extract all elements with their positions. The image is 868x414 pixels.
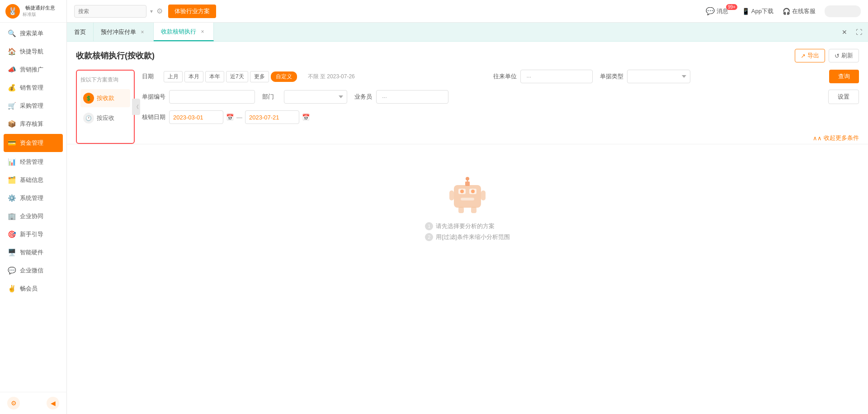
sidebar-item-purchase[interactable]: 🛒 采购管理 bbox=[0, 97, 66, 115]
wechat-icon: 💬 bbox=[7, 266, 16, 275]
this-year-btn[interactable]: 本年 bbox=[205, 71, 224, 82]
filter-sidebar-collapse-btn[interactable]: 《 bbox=[132, 99, 140, 115]
sidebar-item-basic[interactable]: 🗂️ 基础信息 bbox=[0, 171, 66, 189]
partner-field: 往来单位 ··· bbox=[493, 70, 593, 83]
message-button[interactable]: 💬 消息 99+ bbox=[706, 7, 733, 15]
filter-area: 按以下方案查询 💲 按收款 🕐 按应收 《 bbox=[76, 70, 859, 144]
svg-rect-12 bbox=[471, 207, 476, 213]
close-tab-button[interactable]: ✕ bbox=[839, 27, 850, 38]
more-btn[interactable]: 更多 bbox=[250, 71, 269, 82]
sidebar-item-system[interactable]: ⚙️ 系统管理 bbox=[0, 189, 66, 207]
enterprise-icon: 🏢 bbox=[7, 212, 16, 221]
page-content: 收款核销执行(按收款) ↗ 导出 ↺ 刷新 按以下方案查询 bbox=[67, 42, 868, 414]
page-header: 收款核销执行(按收款) ↗ 导出 ↺ 刷新 bbox=[76, 49, 859, 62]
tab-receipt-offset[interactable]: 收款核销执行 × bbox=[154, 23, 214, 41]
bill-no-input[interactable] bbox=[169, 90, 255, 104]
chevron-up-icon: ∧∧ bbox=[813, 135, 822, 142]
sidebar-label-sales: 销售管理 bbox=[20, 84, 43, 92]
cal-start-icon[interactable]: 📅 bbox=[226, 114, 234, 121]
filter-option-by-receivable[interactable]: 🕐 按应收 bbox=[80, 109, 130, 127]
collapse-icon[interactable]: ◀ bbox=[47, 397, 59, 409]
sidebar-item-search[interactable]: 🔍 搜索菜单 bbox=[0, 24, 66, 43]
sidebar-nav: 🔍 搜索菜单 🏠 快捷导航 📣 营销推广 💰 销售管理 🛒 采购管理 📦 库存核… bbox=[0, 23, 66, 392]
topbar-search-input[interactable] bbox=[74, 5, 146, 18]
sidebar-item-sales[interactable]: 💰 销售管理 bbox=[0, 79, 66, 97]
custom-date-badge: 自定义 bbox=[271, 71, 297, 82]
topbar-dropdown-icon[interactable]: ▾ bbox=[150, 8, 153, 14]
date-separator: — bbox=[236, 114, 242, 121]
industry-solution-button[interactable]: 体验行业方案 bbox=[168, 5, 216, 18]
app-logo: 🐰 畅捷通好生意 标准版 bbox=[0, 0, 66, 23]
sidebar-item-operation[interactable]: 📊 经营管理 bbox=[0, 153, 66, 171]
page-inner: 收款核销执行(按收款) ↗ 导出 ↺ 刷新 按以下方案查询 bbox=[67, 42, 868, 414]
app-label: App下载 bbox=[751, 7, 774, 15]
sidebar-item-wechat[interactable]: 💬 企业微信 bbox=[0, 262, 66, 280]
verify-date-end-input[interactable] bbox=[245, 110, 299, 124]
verify-date-picker: 📅 — 📅 bbox=[169, 110, 310, 124]
filter-option-by-receipt[interactable]: 💲 按收款 bbox=[80, 89, 130, 107]
last-month-btn[interactable]: 上月 bbox=[164, 71, 183, 82]
last-7-days-btn[interactable]: 近7天 bbox=[226, 71, 248, 82]
refresh-icon: ↺ bbox=[835, 52, 840, 59]
topbar-gear-icon[interactable]: ⚙ bbox=[156, 7, 163, 15]
marketing-icon: 📣 bbox=[7, 65, 16, 74]
refresh-button[interactable]: ↺ 刷新 bbox=[829, 49, 859, 62]
svg-rect-11 bbox=[458, 207, 464, 213]
sidebar-item-marketing[interactable]: 📣 营销推广 bbox=[0, 61, 66, 79]
page-actions: ↗ 导出 ↺ 刷新 bbox=[795, 49, 859, 62]
bill-no-label: 单据编号 bbox=[142, 93, 165, 101]
sidebar-item-member[interactable]: ✌️ 畅会员 bbox=[0, 280, 66, 298]
dept-field: 部门 bbox=[262, 90, 347, 104]
svg-rect-10 bbox=[481, 190, 486, 200]
cal-end-icon[interactable]: 📅 bbox=[302, 114, 310, 121]
sidebar-label-newbie: 新手引导 bbox=[20, 230, 43, 238]
settings-icon[interactable]: ⚙ bbox=[7, 397, 20, 409]
this-month-btn[interactable]: 本月 bbox=[184, 71, 203, 82]
sidebar-label-operation: 经营管理 bbox=[20, 158, 43, 166]
tab-receipt-close[interactable]: × bbox=[199, 28, 206, 35]
query-button[interactable]: 查询 bbox=[829, 70, 859, 83]
sidebar-bottom: ⚙ ◀ bbox=[0, 392, 66, 414]
date-field: 日期 上月 本月 本年 近7天 更多 自定义 bbox=[142, 71, 297, 82]
dept-select[interactable] bbox=[284, 90, 347, 104]
sidebar-item-quicknav[interactable]: 🏠 快捷导航 bbox=[0, 43, 66, 61]
online-service-button[interactable]: 🎧 在线客服 bbox=[783, 7, 816, 15]
sidebar-label-finance: 资金管理 bbox=[20, 139, 43, 147]
sidebar-item-inventory[interactable]: 📦 库存核算 bbox=[0, 115, 66, 133]
sidebar-item-newbie[interactable]: 🎯 新手引导 bbox=[0, 225, 66, 243]
filter-sidebar-title: 按以下方案查询 bbox=[80, 76, 130, 84]
verify-date-start-input[interactable] bbox=[169, 110, 223, 124]
filter-row-3: 核销日期 📅 — 📅 bbox=[142, 110, 859, 124]
tab-home[interactable]: 首页 bbox=[67, 23, 94, 41]
date-label: 日期 bbox=[142, 72, 160, 81]
svg-rect-3 bbox=[461, 198, 474, 200]
settings-button[interactable]: 设置 bbox=[828, 90, 859, 104]
sidebar-item-finance[interactable]: 💳 资金管理 bbox=[4, 134, 63, 152]
receipt-option-icon: 💲 bbox=[83, 93, 94, 104]
app-download-button[interactable]: 📱 App下载 bbox=[742, 7, 774, 15]
bill-type-select[interactable] bbox=[627, 70, 690, 83]
bill-type-field: 单据类型 bbox=[600, 70, 690, 83]
maximize-tab-button[interactable]: ⛶ bbox=[854, 27, 864, 38]
tip-num-1: 1 bbox=[425, 222, 433, 230]
collapse-conditions-button[interactable]: ∧∧ 收起更多条件 bbox=[142, 132, 859, 144]
message-badge: 99+ bbox=[726, 4, 737, 10]
sidebar-item-enterprise[interactable]: 🏢 企业协同 bbox=[0, 207, 66, 225]
svg-point-8 bbox=[466, 177, 469, 181]
user-avatar[interactable] bbox=[825, 5, 861, 17]
sidebar-item-hardware[interactable]: 🖥️ 智能硬件 bbox=[0, 243, 66, 262]
sales-icon: 💰 bbox=[7, 83, 16, 92]
staff-input[interactable]: ··· bbox=[376, 90, 448, 104]
member-icon: ✌️ bbox=[7, 284, 16, 293]
tab-home-label: 首页 bbox=[74, 28, 86, 36]
filter-row-2: 单据编号 部门 业务员 ··· 设置 bbox=[142, 90, 859, 104]
sidebar-label-wechat: 企业微信 bbox=[20, 266, 43, 275]
tab-prepay[interactable]: 预付冲应付单 × bbox=[94, 23, 154, 41]
export-button[interactable]: ↗ 导出 bbox=[795, 49, 825, 62]
partner-input[interactable]: ··· bbox=[520, 70, 593, 83]
svg-point-4 bbox=[460, 190, 464, 193]
date-buttons: 上月 本月 本年 近7天 更多 自定义 bbox=[164, 71, 297, 82]
tab-prepay-close[interactable]: × bbox=[139, 29, 146, 36]
filter-option-receivable-label: 按应收 bbox=[97, 114, 114, 122]
svg-rect-9 bbox=[449, 190, 454, 200]
